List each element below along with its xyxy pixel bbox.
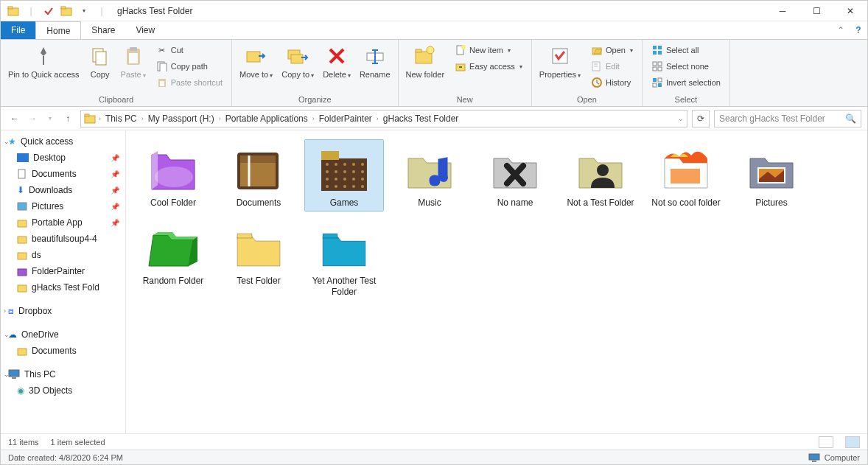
crumb-2[interactable]: Portable Applications (224, 113, 309, 124)
invert-selection-button[interactable]: Invert selection (648, 75, 724, 90)
sidebar-item-folderpainter[interactable]: FolderPainter (1, 263, 125, 279)
minimize-button[interactable]: ─ (766, 1, 799, 21)
sidebar-thispc[interactable]: ⌄This PC (1, 366, 125, 382)
svg-point-66 (326, 178, 329, 181)
tab-file[interactable]: File (1, 21, 35, 39)
group-new: New folder New item▾ Easy access▾ New (399, 40, 532, 106)
qat-newfolder-icon[interactable] (58, 3, 74, 19)
pin-icon: 📌 (111, 203, 119, 211)
crumb-4[interactable]: gHacks Test Folder (382, 113, 461, 124)
sidebar-onedrive-documents[interactable]: Documents (1, 343, 125, 359)
select-all-button[interactable]: Select all (648, 43, 724, 57)
sidebar-dropbox[interactable]: ›⧈Dropbox (1, 303, 125, 319)
crumb-3[interactable]: FolderPainter (318, 113, 374, 124)
copy-path-button[interactable]: Copy path (153, 59, 225, 74)
qat-properties-icon[interactable] (41, 3, 57, 19)
folder-icon (17, 282, 27, 293)
svg-rect-38 (658, 62, 662, 66)
qat-dropdown[interactable]: ▾ (76, 3, 92, 19)
folder-icon (315, 221, 374, 274)
up-button[interactable]: ↑ (60, 111, 76, 127)
folder-item[interactable]: Not so cool folder (646, 139, 726, 211)
address-folder-icon (84, 113, 96, 125)
tab-view[interactable]: View (125, 21, 165, 39)
folder-item[interactable]: Documents (219, 139, 298, 211)
copy-to-button[interactable]: Copy to▾ (277, 41, 318, 80)
open-button[interactable]: Open▾ (588, 43, 636, 57)
new-item-icon (455, 44, 466, 56)
svg-rect-53 (18, 285, 27, 292)
cut-button[interactable]: ✂Cut (153, 43, 225, 57)
view-details-button[interactable] (819, 436, 833, 448)
new-folder-button[interactable]: New folder (402, 41, 449, 79)
folder-item[interactable]: Games (304, 139, 384, 211)
sidebar-item-bs4[interactable]: beautifulsoup4-4 (1, 231, 125, 247)
sidebar-quick-access[interactable]: ⌄★Quick access (1, 133, 125, 150)
select-none-button[interactable]: Select none (648, 59, 724, 74)
sidebar-item-pictures[interactable]: Pictures📌 (1, 198, 125, 214)
qat-folder-icon[interactable] (5, 3, 21, 19)
tab-share[interactable]: Share (81, 21, 125, 39)
svg-point-74 (343, 178, 346, 181)
move-to-button[interactable]: Move to▾ (235, 41, 277, 80)
new-item-button[interactable]: New item▾ (452, 43, 525, 57)
folder-item[interactable]: Pictures (732, 139, 811, 211)
crumb-1[interactable]: My Passport (H:) (147, 113, 216, 124)
recent-dropdown[interactable]: ▾ (42, 111, 58, 127)
forward-button[interactable]: → (24, 111, 41, 127)
folder-item[interactable]: Music (390, 139, 469, 211)
sidebar-item-downloads[interactable]: ⬇Downloads📌 (1, 182, 125, 198)
paste-button[interactable]: Paste▾ (116, 41, 150, 80)
svg-rect-42 (658, 78, 662, 82)
delete-button[interactable]: Delete▾ (318, 41, 355, 80)
edit-button[interactable]: Edit (588, 59, 636, 74)
copy-button[interactable]: Copy (84, 41, 116, 79)
crumb-0[interactable]: This PC (104, 113, 139, 124)
ribbon-collapse-icon[interactable]: ⌃ (832, 21, 850, 39)
content-area[interactable]: Cool FolderDocumentsGamesMusicNo nameNot… (126, 130, 867, 433)
folder-item[interactable]: Test Folder (219, 217, 298, 301)
sidebar-item-documents[interactable]: Documents📌 (1, 166, 125, 182)
easy-access-button[interactable]: Easy access▾ (452, 59, 525, 74)
back-button[interactable]: ← (7, 111, 23, 127)
address-bar[interactable]: › This PC› My Passport (H:)› Portable Ap… (80, 110, 687, 127)
tab-home[interactable]: Home (35, 21, 81, 39)
help-icon[interactable]: ? (850, 21, 867, 39)
properties-button[interactable]: Properties▾ (535, 41, 585, 80)
svg-rect-14 (247, 52, 260, 62)
pin-icon: 📌 (111, 219, 119, 227)
history-icon (591, 77, 603, 88)
search-box[interactable]: Search gHacks Test Folder 🔍 (714, 110, 861, 127)
folder-item[interactable]: Cool Folder (133, 139, 213, 211)
folder-item[interactable]: Random Folder (133, 217, 213, 301)
svg-rect-13 (160, 81, 164, 86)
pin-quick-access-button[interactable]: Pin to Quick access (4, 41, 84, 79)
svg-point-81 (361, 170, 364, 173)
maximize-button[interactable]: ☐ (799, 1, 833, 21)
refresh-button[interactable]: ⟳ (692, 110, 710, 127)
svg-rect-3 (61, 7, 66, 9)
new-folder-icon (413, 44, 437, 68)
svg-rect-90 (323, 234, 337, 238)
sidebar-item-desktop[interactable]: Desktop📌 (1, 150, 125, 166)
group-open: Properties▾ Open▾ Edit History Open (532, 40, 643, 106)
folder-item[interactable]: Not a Test Folder (561, 139, 640, 211)
folder-item[interactable]: No name (475, 139, 555, 211)
sidebar-onedrive[interactable]: ⌄☁OneDrive (1, 326, 125, 343)
svg-rect-36 (658, 51, 662, 55)
sidebar-item-ds[interactable]: ds (1, 247, 125, 263)
view-icons-button[interactable] (845, 436, 860, 448)
rename-button[interactable]: Rename (355, 41, 395, 79)
sidebar-item-ghacks[interactable]: gHacks Test Fold (1, 279, 125, 296)
sidebar-item-portable[interactable]: Portable App📌 (1, 214, 125, 231)
paste-shortcut-button[interactable]: Paste shortcut (153, 75, 225, 90)
documents-icon (17, 169, 27, 179)
address-dropdown-icon[interactable]: ⌄ (678, 115, 684, 122)
folder-item[interactable]: Yet Another Test Folder (304, 217, 384, 301)
history-button[interactable]: History (588, 75, 636, 90)
folder-icon (742, 143, 801, 196)
sidebar-3d-objects[interactable]: ◉3D Objects (1, 382, 125, 399)
svg-rect-8 (130, 47, 137, 51)
select-none-icon (651, 60, 663, 72)
close-button[interactable]: ✕ (833, 1, 867, 21)
